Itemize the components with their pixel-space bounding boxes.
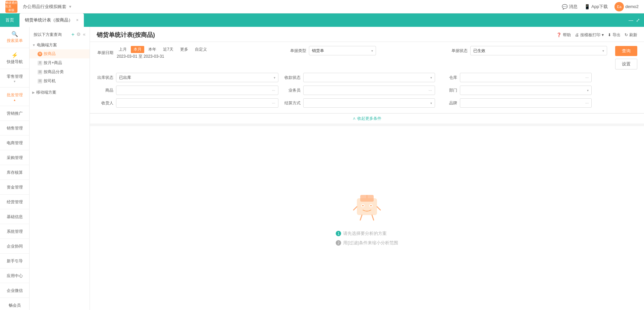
filter-receiver-input[interactable]: ···	[116, 98, 278, 108]
scheme-panel: 按以下方案查询 + ⚙ « ▼ 电脑端方案 按 按商品 月	[30, 27, 90, 310]
filter-warehouse-group: 仓库 ···	[440, 73, 592, 82]
sidebar-item-operation[interactable]: 经营管理	[0, 195, 29, 209]
brand-dots-icon[interactable]: ···	[585, 101, 589, 105]
filter-payment-select[interactable]: ▾	[303, 98, 435, 108]
sidebar-item-newbie[interactable]: 新手引导	[0, 254, 29, 268]
sidebar-item-sales[interactable]: 销售管理	[0, 121, 29, 136]
sidebar-item-inventory[interactable]: 库存核算	[0, 165, 29, 180]
scheme-group-arrow-pc: ▼	[32, 43, 36, 47]
scheme-group-arrow-mobile: ▶	[32, 91, 35, 94]
filter-doctype-select[interactable]: 销货单 ▾	[309, 46, 376, 55]
filter-doctype-group: 单据类型 销货单 ▾	[289, 46, 446, 55]
tab-maximize-icon[interactable]: ⤢	[636, 17, 640, 23]
sidebar-item-retail[interactable]: 零售管理 ▾	[0, 69, 29, 88]
scheme-item-by-product[interactable]: 按 按商品	[30, 49, 90, 58]
user-avatar-btn[interactable]: Ea demo2	[614, 2, 639, 11]
sidebar-item-wechat[interactable]: 企业微信	[0, 283, 29, 298]
filter-row-4: 收货人 ··· 结算方式 ▾ 品牌	[97, 98, 637, 108]
settings-button[interactable]: 设置	[615, 59, 637, 69]
logo-sub: 标版	[8, 8, 14, 12]
refresh-btn[interactable]: ↻ 刷新	[625, 32, 637, 38]
svg-point-5	[362, 205, 364, 206]
sidebar-item-collab[interactable]: 企业协同	[0, 239, 29, 254]
payment-chevron-icon: ▾	[430, 101, 432, 105]
scheme-item-by-category[interactable]: 回 按商品分类	[30, 67, 90, 76]
tab-home[interactable]: 首页	[0, 13, 19, 27]
filter-goods-input[interactable]: ···	[116, 86, 278, 95]
date-tab-this-month[interactable]: 本月	[131, 46, 144, 53]
dept-chevron-icon: ▾	[587, 89, 589, 92]
filter-receiver-group: 收货人 ···	[97, 98, 278, 108]
scheme-item-by-month-product[interactable]: 月 按月+商品	[30, 58, 90, 67]
tab-bar-actions: — ⤢	[629, 17, 644, 23]
sidebar-item-member[interactable]: 畅会员	[0, 298, 29, 310]
scheme-collapse-icon[interactable]: «	[83, 32, 86, 38]
filter-docstatus-select[interactable]: 已生效 ▾	[470, 46, 607, 55]
sidebar-item-ecommerce[interactable]: 电商管理	[0, 136, 29, 150]
filter-collectstatus-group: 收款状态 ▾	[284, 73, 435, 82]
main-panel: 销货单统计表(按商品) ❓ 帮助 🖨 按模板打印 ▾ ⬇ 导出	[90, 27, 644, 310]
salesman-dots-icon[interactable]: ···	[429, 88, 432, 93]
page-actions: ❓ 帮助 🖨 按模板打印 ▾ ⬇ 导出 ↻ 刷新	[556, 32, 637, 38]
print-btn[interactable]: 🖨 按模板打印 ▾	[575, 32, 604, 38]
sidebar-item-finance[interactable]: 资金管理	[0, 180, 29, 195]
filter-goods-group: 商品 ···	[97, 86, 278, 95]
scheme-item-icon-month: 月	[38, 61, 42, 65]
workspace-arrow-icon[interactable]: ▾	[69, 4, 71, 9]
date-tab-7days[interactable]: 近7天	[160, 46, 176, 53]
warehouse-dots-icon[interactable]: ···	[585, 75, 589, 80]
sidebar-item-system[interactable]: 系统管理	[0, 224, 29, 239]
query-button[interactable]: 查询	[615, 46, 637, 56]
filter-outstatus-select[interactable]: 已出库 ▾	[116, 73, 278, 82]
app-logo[interactable]: 畅捷通好生意 标版	[5, 1, 17, 13]
app-download-btn[interactable]: 📱 App下载	[584, 4, 608, 10]
date-tab-more[interactable]: 更多	[177, 46, 191, 53]
tab-close-icon[interactable]: ×	[76, 18, 78, 22]
message-btn[interactable]: 💬 消息	[562, 4, 578, 10]
filter-salesman-input[interactable]: ···	[303, 86, 435, 95]
top-bar-left: 畅捷通好生意 标版 办公用品行业模拟账套 ▾	[5, 1, 71, 13]
empty-state: 1 请先选择要分析的方案 2 用[过滤]条件来缩小分析范围	[90, 126, 644, 310]
scheme-add-icon[interactable]: +	[71, 32, 74, 38]
svg-line-8	[377, 207, 380, 210]
scheme-item-icon-category: 回	[38, 70, 42, 74]
filter-collectstatus-select[interactable]: ▾	[303, 73, 435, 82]
sidebar-item-marketing[interactable]: 营销推广	[0, 106, 29, 121]
collapse-bar[interactable]: ∧ 收起更多条件	[90, 113, 644, 123]
tab-minimize-icon[interactable]: —	[629, 17, 633, 23]
sidebar-item-purchase[interactable]: 采购管理	[0, 150, 29, 165]
scheme-settings-icon[interactable]: ⚙	[76, 32, 81, 38]
sidebar-item-nav[interactable]: ⚡ 快捷导航	[0, 48, 29, 69]
filter-area: 单据日期 上月 本月 本年 近7天 更多 自定义 2023-03-01 至 20…	[90, 42, 644, 113]
receiver-dots-icon[interactable]: ···	[272, 101, 275, 105]
scheme-group-header-mobile[interactable]: ▶ 移动端方案	[30, 88, 90, 97]
date-tab-last-month[interactable]: 上月	[116, 46, 129, 53]
filter-row-3: 商品 ··· 业务员 ··· 部门	[97, 86, 637, 95]
tab-active[interactable]: 销货单统计表（按商品） ×	[19, 13, 84, 27]
tab-bar: 首页 销货单统计表（按商品） × — ⤢	[0, 13, 644, 27]
filter-brand-input[interactable]: ···	[460, 98, 592, 108]
scheme-panel-actions: + ⚙ «	[71, 32, 86, 38]
filter-dept-select[interactable]: ▾	[460, 86, 592, 95]
scheme-item-by-driver[interactable]: 回 按司机	[30, 76, 90, 86]
scheme-item-icon-driver: 回	[38, 79, 42, 84]
sidebar-item-search[interactable]: 🔍 搜索菜单	[0, 27, 29, 48]
filter-warehouse-input[interactable]: ···	[460, 73, 592, 82]
docstatus-chevron-icon: ▾	[602, 49, 604, 53]
goods-dots-icon[interactable]: ···	[272, 88, 275, 93]
export-btn[interactable]: ⬇ 导出	[608, 32, 621, 38]
content-area: 按以下方案查询 + ⚙ « ▼ 电脑端方案 按 按商品 月	[30, 27, 644, 310]
sidebar-item-wholesale[interactable]: 批发管理 ▴	[0, 88, 29, 106]
sidebar-item-basic[interactable]: 基础信息	[0, 209, 29, 224]
help-btn[interactable]: ❓ 帮助	[556, 32, 571, 38]
step2-num: 2	[336, 240, 341, 246]
empty-step-1: 1 请先选择要分析的方案	[336, 229, 398, 238]
scheme-group-header-pc[interactable]: ▼ 电脑端方案	[30, 41, 90, 49]
date-tab-custom[interactable]: 自定义	[192, 46, 210, 53]
step2-text: 用[过滤]条件来缩小分析范围	[343, 239, 398, 247]
sidebar-item-appcenter[interactable]: 应用中心	[0, 268, 29, 283]
filter-date-group: 单据日期 上月 本月 本年 近7天 更多 自定义 2023-03-01 至 20…	[97, 46, 284, 59]
top-bar-right: 💬 消息 📱 App下载 Ea demo2	[562, 2, 639, 11]
date-tab-this-year[interactable]: 本年	[146, 46, 159, 53]
svg-line-9	[360, 215, 362, 220]
